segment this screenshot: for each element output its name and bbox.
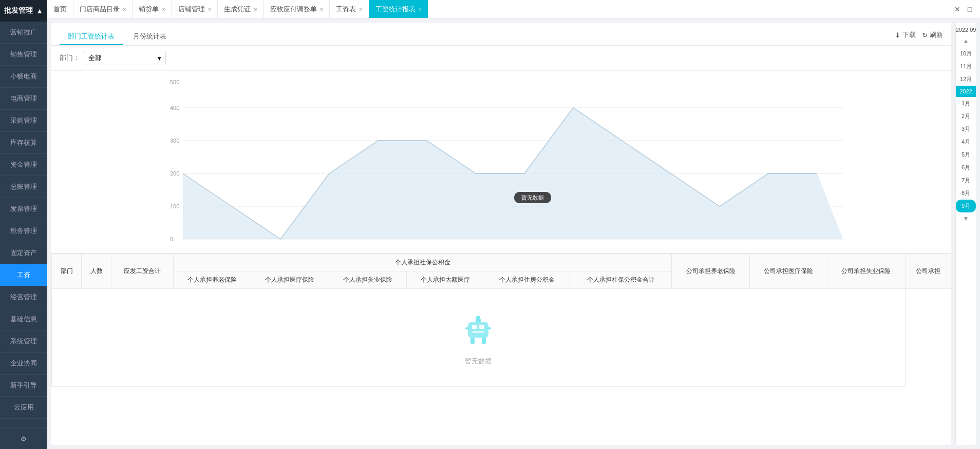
th-应发工资合计: 应发工资合计 <box>111 254 173 289</box>
dept-select[interactable]: 全部 ▾ <box>84 51 166 65</box>
tab-close-门店商品目录[interactable]: × <box>123 6 126 12</box>
month-2[interactable]: 2月 <box>956 110 976 123</box>
tab-close-生成凭证[interactable]: × <box>254 6 257 12</box>
month-1[interactable]: 1月 <box>956 97 976 110</box>
month-7[interactable]: 7月 <box>956 174 976 187</box>
tab-close-销货单[interactable]: × <box>162 6 165 12</box>
sidebar-item-电商管理[interactable]: 电商管理 <box>0 88 47 110</box>
svg-rect-18 <box>487 327 491 329</box>
svg-rect-14 <box>468 322 488 338</box>
data-table: 部门 人数 应发工资合计 个人承担社保公积金 公司承担养老保险 公司承担医疗保险… <box>51 253 951 387</box>
empty-state: 暂无数据 <box>52 289 905 386</box>
sidebar-item-资金管理[interactable]: 资金管理 <box>0 154 47 176</box>
refresh-icon: ↻ <box>922 31 928 39</box>
tab-close-店铺管理[interactable]: × <box>208 6 211 12</box>
th-公司承担失业保险: 公司承担失业保险 <box>827 254 905 289</box>
empty-text: 暂无数据 <box>465 357 492 366</box>
month-10[interactable]: 10月 <box>956 47 976 60</box>
sidebar-item-新手引导[interactable]: 新手引导 <box>0 375 47 397</box>
tab-close-应收应付调整单[interactable]: × <box>320 6 323 12</box>
sub-tab-月份统计表[interactable]: 月份统计表 <box>125 29 175 45</box>
sidebar-item-云应用[interactable]: 云应用 <box>0 397 47 419</box>
download-button[interactable]: ⬇ 下载 <box>895 30 916 40</box>
svg-text:200: 200 <box>170 170 179 177</box>
sidebar-item-发票管理[interactable]: 发票管理 <box>0 198 47 220</box>
month-5[interactable]: 5月 <box>956 148 976 161</box>
tab-close-工资表[interactable]: × <box>359 6 362 12</box>
th-公司承担: 公司承担 <box>905 254 951 289</box>
tab-生成凭证[interactable]: 生成凭证 × <box>218 0 263 18</box>
tab-工资统计报表-label: 工资统计报表 <box>375 5 416 14</box>
tab-销货单[interactable]: 销货单 × <box>133 0 172 18</box>
th-个人承担社保公积金合计: 个人承担社保公积金合计 <box>570 271 672 289</box>
svg-text:400: 400 <box>170 105 179 111</box>
tab-销货单-label: 销货单 <box>139 5 159 14</box>
tab-首页-label: 首页 <box>53 5 67 14</box>
th-个人承担大额医疗: 个人承担大额医疗 <box>407 271 484 289</box>
month-9[interactable]: 9月 <box>956 200 976 212</box>
sidebar-item-营销推广[interactable]: 营销推广 <box>0 22 47 44</box>
toolbar: 部门： 全部 ▾ <box>51 46 951 71</box>
svg-rect-19 <box>470 338 475 344</box>
sidebar-item-基础信息[interactable]: 基础信息 <box>0 308 47 330</box>
tab-bar-close-btn[interactable]: ✕ <box>951 3 964 15</box>
sidebar-item-总账管理[interactable]: 总账管理 <box>0 176 47 198</box>
sub-tab-actions: ⬇ 下载 ↻ 刷新 <box>895 30 943 44</box>
month-6[interactable]: 6月 <box>956 161 976 174</box>
scroll-up-btn[interactable]: ▲ <box>960 35 972 47</box>
th-公司承担养老保险: 公司承担养老保险 <box>672 254 749 289</box>
settings-icon: ⚙ <box>21 435 27 443</box>
sidebar-header-label: 批发管理 <box>4 6 33 15</box>
svg-text:0: 0 <box>170 236 173 242</box>
svg-text:100: 100 <box>170 203 179 209</box>
sidebar-item-税务管理[interactable]: 税务管理 <box>0 220 47 242</box>
tab-店铺管理-label: 店铺管理 <box>178 5 205 14</box>
month-3[interactable]: 3月 <box>956 123 976 135</box>
th-个人承担养老保险: 个人承担养老保险 <box>173 271 251 289</box>
svg-rect-17 <box>465 327 469 329</box>
svg-text:500: 500 <box>170 79 179 85</box>
tab-应收应付调整单[interactable]: 应收应付调整单 × <box>264 0 330 18</box>
tab-close-工资统计报表[interactable]: × <box>419 6 422 12</box>
table-area[interactable]: 部门 人数 应发工资合计 个人承担社保公积金 公司承担养老保险 公司承担医疗保险… <box>51 253 951 445</box>
current-year-month[interactable]: 2022.09 <box>955 25 976 35</box>
download-icon: ⬇ <box>895 31 900 39</box>
tab-工资表-label: 工资表 <box>336 5 356 14</box>
sidebar-settings[interactable]: ⚙ <box>0 428 47 449</box>
sub-tab-部门工资统计表[interactable]: 部门工资统计表 <box>60 29 123 45</box>
svg-rect-20 <box>482 338 486 344</box>
main-panel: 部门工资统计表 月份统计表 ⬇ 下载 ↻ 刷新 部门： <box>51 23 951 445</box>
sub-tabs: 部门工资统计表 月份统计表 ⬇ 下载 ↻ 刷新 <box>51 23 951 46</box>
sidebar-item-库存核算[interactable]: 库存核算 <box>0 132 47 154</box>
sidebar-item-采购管理[interactable]: 采购管理 <box>0 110 47 132</box>
refresh-button[interactable]: ↻ 刷新 <box>922 30 943 40</box>
month-4[interactable]: 4月 <box>956 135 976 148</box>
month-11[interactable]: 11月 <box>956 60 976 73</box>
tab-门店商品目录[interactable]: 门店商品目录 × <box>73 0 133 18</box>
right-panel: 2022.09 ▲ 10月 11月 12月 2022 1月 2月 3月 4月 5… <box>955 23 976 445</box>
area-chart: 0 100 200 300 400 500 <box>60 79 943 243</box>
tab-店铺管理[interactable]: 店铺管理 × <box>172 0 218 18</box>
tab-首页[interactable]: 首页 <box>47 0 73 18</box>
tab-bar: 首页 门店商品目录 × 销货单 × 店铺管理 × 生成凭证 × 应收应付调整单 … <box>47 0 980 18</box>
sidebar-item-小畅电商[interactable]: 小畅电商 <box>0 66 47 88</box>
sidebar-item-企业协同[interactable]: 企业协同 <box>0 353 47 375</box>
tab-工资统计报表[interactable]: 工资统计报表 × <box>369 0 428 18</box>
sidebar-item-系统管理[interactable]: 系统管理 <box>0 330 47 353</box>
dept-label: 部门： <box>60 53 80 63</box>
month-12[interactable]: 12月 <box>956 73 976 86</box>
month-8[interactable]: 8月 <box>956 187 976 200</box>
tab-工资表[interactable]: 工资表 × <box>330 0 369 18</box>
sidebar-header[interactable]: 批发管理 ▲ <box>0 0 47 22</box>
sidebar-item-经营管理[interactable]: 经营管理 <box>0 286 47 308</box>
svg-text:暂无数据: 暂无数据 <box>521 194 544 201</box>
tab-bar-restore-btn[interactable]: □ <box>964 3 976 15</box>
sidebar-item-固定资产[interactable]: 固定资产 <box>0 242 47 264</box>
th-个人承担住房公积金: 个人承担住房公积金 <box>484 271 570 289</box>
sidebar-item-销售管理[interactable]: 销售管理 <box>0 44 47 66</box>
scroll-down-btn[interactable]: ▼ <box>960 212 972 225</box>
empty-robot-icon <box>458 309 499 350</box>
dept-select-value: 全部 <box>88 53 102 63</box>
th-个人承担失业保险: 个人承担失业保险 <box>329 271 406 289</box>
sidebar-item-工资[interactable]: 工资 <box>0 264 47 286</box>
